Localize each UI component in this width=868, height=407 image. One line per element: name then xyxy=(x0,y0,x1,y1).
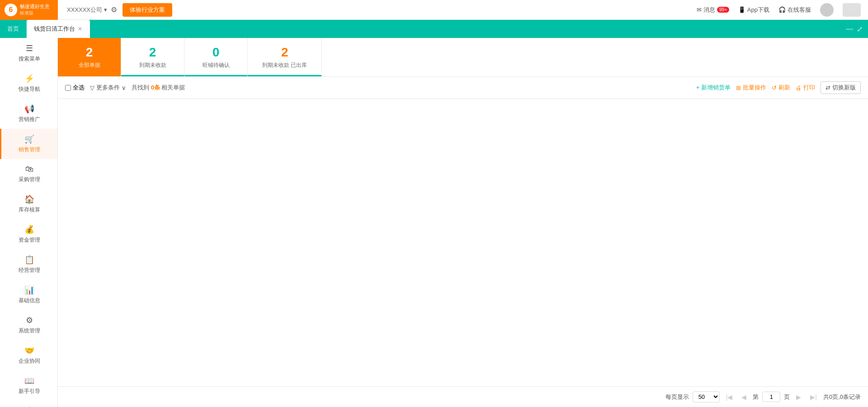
toolbar-left: 全选 ▽ 更多条件 ∨ 共找到 0条 相关单据 xyxy=(65,84,185,92)
batch-action-btn[interactable]: ⊞ 批量操作 xyxy=(736,84,766,92)
sidebar-item-purchase[interactable]: 🛍 采购管理 xyxy=(0,159,57,189)
sidebar-system-label: 系统管理 xyxy=(19,327,40,335)
select-all-label: 全选 xyxy=(73,84,85,92)
trial-button[interactable]: 体验行业方案 xyxy=(123,3,172,17)
sidebar-marketing-label: 营销推广 xyxy=(19,116,40,123)
page-input[interactable] xyxy=(762,392,780,402)
sidebar-nav-label: 快捷导航 xyxy=(19,85,40,93)
stat-shipped-label: 到期未收款 已出库 xyxy=(262,61,307,69)
nav-icon: ⚡ xyxy=(24,74,34,84)
filter-icon: ▽ xyxy=(90,84,94,91)
system-icon: ⚙ xyxy=(26,315,33,325)
print-btn[interactable]: 🖨 打印 xyxy=(796,84,815,92)
message-action[interactable]: ✉ 消息 99+ xyxy=(697,6,729,14)
next-page-btn[interactable]: ▶ xyxy=(793,393,804,402)
company-selector[interactable]: XXXXXX公司 ▾ xyxy=(67,6,107,14)
marketing-icon: 📢 xyxy=(24,104,34,114)
total-info: 共0页,0条记录 xyxy=(823,393,861,401)
tab-close-icon[interactable]: ✕ xyxy=(78,26,82,32)
main-content: 2 全部单据 2 到期未收款 0 旺铺待确认 2 到期未收款 已出库 xyxy=(58,38,868,407)
sidebar-purchase-label: 采购管理 xyxy=(19,176,40,183)
switch-version-btn[interactable]: ⇄ 切换新版 xyxy=(821,81,861,94)
sidebar-item-apps[interactable]: 📦 应用中心 xyxy=(0,401,57,407)
top-header: 6 畅捷通好生意 标准版 XXXXXX公司 ▾ ⚙ 体验行业方案 ✉ 消息 99… xyxy=(0,0,868,20)
sidebar-item-system[interactable]: ⚙ 系统管理 xyxy=(0,310,57,340)
sidebar-item-sales[interactable]: 🛒 销售管理 xyxy=(0,129,57,159)
user-name-area[interactable] xyxy=(843,3,861,17)
stat-all[interactable]: 2 全部单据 xyxy=(58,38,121,76)
stats-row: 2 全部单据 2 到期未收款 0 旺铺待确认 2 到期未收款 已出库 xyxy=(58,38,868,77)
tab-minimize-icon[interactable]: — xyxy=(846,25,853,33)
sidebar-item-nav[interactable]: ⚡ 快捷导航 xyxy=(0,68,57,98)
found-count: 0条 xyxy=(151,84,160,91)
avatar[interactable] xyxy=(820,3,834,17)
message-icon: ✉ xyxy=(697,6,702,13)
settings-icon[interactable]: ⚙ xyxy=(111,5,117,14)
guide-icon: 📖 xyxy=(24,376,34,386)
tab-bar: 首页 钱货日清工作台 ✕ — ⤢ xyxy=(0,20,868,38)
message-badge: 99+ xyxy=(717,7,729,13)
stat-overdue[interactable]: 2 到期未收款 xyxy=(121,38,184,76)
refresh-label: 刷新 xyxy=(778,84,790,92)
message-label: 消息 xyxy=(703,6,715,14)
sidebar-inventory-label: 库存核算 xyxy=(19,206,40,214)
stat-pending[interactable]: 0 旺铺待确认 xyxy=(184,38,248,76)
refresh-btn[interactable]: ↺ 刷新 xyxy=(772,84,790,92)
found-text-area: 共找到 0条 相关单据 xyxy=(132,84,185,92)
app-download-action[interactable]: 📱 App下载 xyxy=(738,6,769,14)
tab-expand-icon[interactable]: ⤢ xyxy=(857,25,863,33)
sidebar-item-enterprise[interactable]: 🤝 企业协同 xyxy=(0,340,57,370)
last-page-btn[interactable]: ▶| xyxy=(807,393,820,402)
page-unit: 页 xyxy=(784,393,790,401)
company-name: XXXXXX公司 xyxy=(67,6,102,14)
filter-down-icon: ∨ xyxy=(122,84,126,91)
switch-label: 切换新版 xyxy=(832,84,856,92)
stat-shipped[interactable]: 2 到期未收款 已出库 xyxy=(248,38,322,76)
sidebar-item-operation[interactable]: 📋 经营管理 xyxy=(0,249,57,280)
logo-icon: 6 xyxy=(5,4,17,16)
refresh-icon: ↺ xyxy=(772,84,777,91)
page-size-select[interactable]: 50 100 xyxy=(693,391,720,402)
sidebar-item-inventory[interactable]: 🏠 库存核算 xyxy=(0,189,57,219)
switch-icon: ⇄ xyxy=(826,84,830,91)
main-layout: ☰ 搜索菜单 ⚡ 快捷导航 📢 营销推广 🛒 销售管理 🛍 采购管理 🏠 库存核… xyxy=(0,38,868,407)
headset-icon: 🎧 xyxy=(778,6,786,13)
enterprise-icon: 🤝 xyxy=(24,346,34,356)
header-right: ✉ 消息 99+ 📱 App下载 🎧 在线客服 xyxy=(697,3,861,17)
sidebar-item-guide[interactable]: 📖 新手引导 xyxy=(0,370,57,401)
sidebar-item-finance[interactable]: 💰 资金管理 xyxy=(0,219,57,249)
sidebar-operation-label: 经营管理 xyxy=(19,267,40,274)
add-label: + 新增销货单 xyxy=(696,84,731,92)
tab-home-label: 首页 xyxy=(7,25,19,33)
operation-icon: 📋 xyxy=(24,255,34,265)
online-service-action[interactable]: 🎧 在线客服 xyxy=(778,6,811,14)
app-download-label: App下载 xyxy=(747,6,769,14)
search-menu-icon: ☰ xyxy=(26,43,33,53)
sidebar-guide-label: 新手引导 xyxy=(19,388,40,395)
purchase-icon: 🛍 xyxy=(25,164,33,174)
sidebar-basic-label: 基础信息 xyxy=(19,297,40,304)
filter-button[interactable]: ▽ 更多条件 ∨ xyxy=(90,84,126,92)
dropdown-icon: ▾ xyxy=(104,6,107,13)
select-all-checkbox[interactable]: 全选 xyxy=(65,84,85,92)
found-prefix: 共找到 xyxy=(132,84,149,91)
toolbar: 全选 ▽ 更多条件 ∨ 共找到 0条 相关单据 + 新增销货单 xyxy=(58,77,868,99)
add-sales-btn[interactable]: + 新增销货单 xyxy=(694,84,731,92)
page-label: 第 xyxy=(753,393,759,401)
prev-page-btn[interactable]: ◀ xyxy=(739,393,749,402)
logo-text: 畅捷通好生意 xyxy=(20,3,50,9)
print-icon: 🖨 xyxy=(796,84,802,91)
inventory-icon: 🏠 xyxy=(24,194,34,204)
tab-workbench-label: 钱货日清工作台 xyxy=(34,25,75,33)
basic-icon: 📊 xyxy=(24,285,34,295)
sidebar-item-search[interactable]: ☰ 搜索菜单 xyxy=(0,38,57,68)
tab-workbench[interactable]: 钱货日清工作台 ✕ xyxy=(27,20,90,38)
sidebar-item-marketing[interactable]: 📢 营销推广 xyxy=(0,98,57,129)
sidebar-finance-label: 资金管理 xyxy=(19,236,40,244)
sidebar-item-basic[interactable]: 📊 基础信息 xyxy=(0,280,57,310)
phone-icon: 📱 xyxy=(738,6,745,13)
first-page-btn[interactable]: |◀ xyxy=(723,393,736,402)
checkbox-input[interactable] xyxy=(65,85,71,91)
logo-sub: 标准版 xyxy=(20,10,50,16)
tab-home[interactable]: 首页 xyxy=(0,20,27,38)
